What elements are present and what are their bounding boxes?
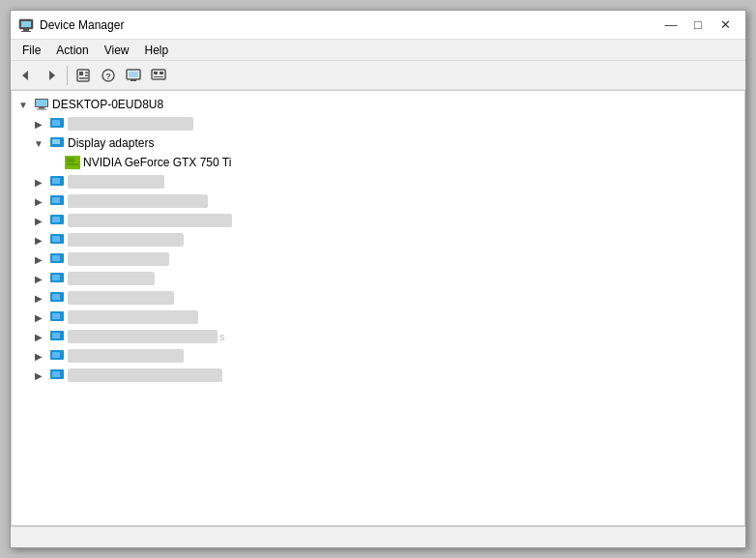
blurred-label [68,330,218,343]
help-button[interactable]: ? [97,64,120,87]
blurred-label [68,214,232,227]
svg-rect-52 [52,371,60,377]
device-info-button[interactable] [122,64,145,87]
display-adapters-label: Display adapters [68,136,154,150]
monitor-button[interactable] [147,64,170,87]
expand-icon: ▼ [31,135,46,151]
svg-rect-22 [39,107,44,109]
blurred-label [68,194,208,208]
tree-category-13[interactable]: ▶ [12,366,744,385]
blurred-suffix: s [219,331,225,342]
tree-category-9[interactable]: ▶ [12,288,744,308]
tree-category-blurred-1[interactable]: ▶ [12,114,744,133]
svg-rect-42 [52,275,60,280]
forward-button[interactable] [40,64,63,87]
category-icon [49,290,65,306]
tree-view: ▼ DESKTOP-0EUD8U8 ▶ [12,91,744,389]
svg-rect-30 [67,163,78,165]
category-icon [49,348,65,364]
back-button[interactable] [15,64,38,87]
computer-icon [34,97,49,112]
tree-category-7[interactable]: ▶ [12,250,744,269]
category-icon [49,251,65,267]
nvidia-label: NVIDIA GeForce GTX 750 Ti [83,156,231,169]
minimize-button[interactable]: — [658,15,683,36]
svg-rect-27 [52,139,60,144]
svg-rect-32 [52,178,60,184]
svg-rect-21 [36,100,47,106]
tree-category-8[interactable]: ▶ [12,269,744,288]
device-info-icon [126,68,141,83]
category-icon [49,232,65,248]
maximize-button[interactable]: □ [685,15,711,36]
menu-help[interactable]: Help [137,40,177,60]
forward-icon [44,68,59,83]
tree-category-5[interactable]: ▶ [12,211,744,230]
category-icon [49,309,65,325]
blurred-label [68,310,198,324]
svg-rect-3 [21,31,31,32]
root-label: DESKTOP-0EUD8U8 [52,98,163,111]
svg-rect-15 [131,79,136,81]
tree-category-10[interactable]: ▶ [12,308,744,327]
menu-view[interactable]: View [97,40,137,60]
menu-file[interactable]: File [15,40,48,60]
tree-category-11[interactable]: ▶ s [12,327,744,346]
blurred-label [68,117,193,131]
svg-rect-25 [52,120,60,126]
svg-rect-48 [52,333,60,338]
tree-category-6[interactable]: ▶ [12,230,744,250]
expand-icon: ▶ [31,193,46,209]
content-area[interactable]: ▼ DESKTOP-0EUD8U8 ▶ [11,90,745,526]
category-icon [49,367,65,383]
svg-rect-17 [154,72,158,74]
tree-category-3[interactable]: ▶ [12,172,744,191]
blurred-label [68,233,184,247]
svg-rect-44 [52,294,60,300]
expand-icon: ▶ [31,116,46,132]
tree-category-12[interactable]: ▶ [12,346,744,366]
close-button[interactable]: ✕ [712,15,738,36]
window-icon [18,17,34,33]
svg-rect-14 [129,72,138,77]
svg-rect-18 [160,72,163,74]
category-icon [49,329,65,344]
svg-rect-7 [79,72,83,75]
toolbar-separator-1 [67,66,68,85]
svg-rect-2 [23,29,29,31]
expand-icon: ▶ [31,251,46,267]
tree-nvidia[interactable]: NVIDIA GeForce GTX 750 Ti [12,153,744,172]
monitor-icon [151,68,166,83]
expand-icon: ▶ [31,290,46,306]
display-adapter-icon [49,135,65,151]
category-icon [49,271,65,286]
window-title: Device Manager [40,18,658,32]
blurred-label [68,252,169,266]
category-icon [49,116,65,132]
blurred-label [68,349,184,363]
properties-icon [75,68,91,83]
tree-root[interactable]: ▼ DESKTOP-0EUD8U8 [12,95,744,114]
svg-rect-19 [154,76,163,77]
expand-icon: ▼ [15,97,31,112]
status-bar [11,526,745,547]
tree-category-4[interactable]: ▶ [12,191,744,211]
tree-display-adapters[interactable]: ▼ Display adapters [12,133,744,153]
title-bar: Device Manager — □ ✕ [11,11,745,40]
expand-icon: ▶ [31,309,46,325]
properties-button[interactable] [72,64,95,87]
back-icon [18,68,34,83]
expand-icon: ▶ [31,348,46,364]
expand-icon: ▶ [31,271,46,286]
menu-action[interactable]: Action [48,40,96,60]
device-manager-window: Device Manager — □ ✕ File Action View He… [10,10,746,548]
expand-icon: ▶ [31,367,46,383]
svg-rect-23 [37,109,46,110]
category-icon [49,213,65,228]
expand-icon: ▶ [31,232,46,248]
expand-icon: ▶ [31,174,46,190]
svg-rect-38 [52,236,60,242]
svg-marker-4 [22,71,28,80]
blurred-label [68,368,222,382]
category-icon [49,193,65,209]
